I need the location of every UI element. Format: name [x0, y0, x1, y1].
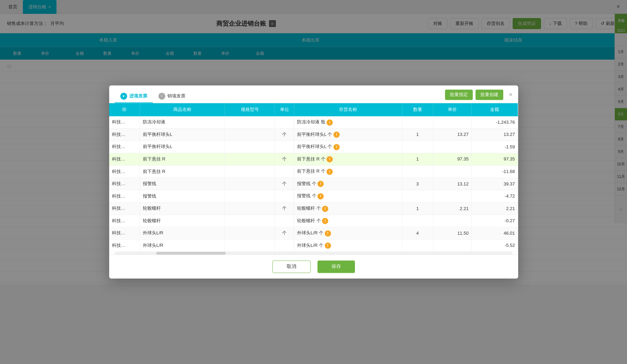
- warning-icon: !: [325, 230, 331, 236]
- warning-icon: !: [326, 156, 333, 163]
- warning-icon: !: [322, 206, 328, 212]
- col-header-amount: 金额: [471, 103, 518, 116]
- cell-product-name: 外球头L/R: [140, 227, 225, 240]
- save-button[interactable]: 保存: [317, 261, 355, 273]
- cell-spec: [225, 153, 275, 166]
- col-header-spec: 规格型号: [225, 103, 275, 116]
- cell-unit-price: [433, 165, 471, 178]
- table-row[interactable]: 科技… 外球头L/R 外球头L/R 个 ! -5.52: [109, 240, 518, 252]
- cell-quantity: [402, 165, 433, 178]
- invoice-match-dialog: ● 进项发票 ○ 销项发票 批量指定 批量创建 × 你 商品名称 规格型号 单位…: [109, 85, 518, 278]
- cell-inventory-name: 轮毂螺杆 个 !: [294, 202, 402, 215]
- cancel-button[interactable]: 取消: [272, 261, 311, 273]
- cell-inventory-name: 前下悬挂 R 个 !: [294, 153, 402, 166]
- cell-company: 科技…: [109, 165, 140, 178]
- col-header-product-name: 商品名称: [140, 103, 225, 116]
- cell-unit: [275, 141, 294, 153]
- cell-inventory-name: 轮毂螺杆 个 !: [294, 215, 402, 227]
- cell-inventory-name: 前平衡杆球头L 个 !: [294, 128, 402, 141]
- table-row[interactable]: 科技… 报警线 个 报警线 个 ! 3 13.12 39.37: [109, 178, 518, 190]
- cell-spec: [225, 141, 275, 153]
- cell-amount: 97.35: [471, 153, 518, 166]
- cell-amount: -1,243.76: [471, 116, 518, 128]
- cell-spec: [225, 190, 275, 202]
- cell-inventory-name: 报警线 个 !: [294, 190, 402, 202]
- cell-inventory-name: 外球头L/R 个 !: [294, 240, 402, 252]
- table-row[interactable]: 科技… 前平衡杆球头L 个 前平衡杆球头L 个 ! 1 13.27 13.27: [109, 128, 518, 141]
- cell-unit: 个: [275, 227, 294, 240]
- horizontal-scrollbar[interactable]: [115, 252, 513, 255]
- cell-company: 科技…: [109, 190, 140, 202]
- col-header-unit-price: 单价: [433, 103, 471, 116]
- cell-amount: 39.37: [471, 178, 518, 190]
- cell-unit-price: [433, 240, 471, 252]
- cell-unit: 个: [275, 202, 294, 215]
- cell-spec: [225, 128, 275, 141]
- cell-unit: [275, 190, 294, 202]
- cell-unit: [275, 215, 294, 227]
- batch-create-button[interactable]: 批量创建: [476, 89, 503, 100]
- outgoing-invoice-tab-icon: ○: [158, 93, 165, 99]
- tab-incoming-invoice[interactable]: ● 进项发票: [115, 90, 153, 103]
- cell-spec: [225, 240, 275, 252]
- warning-icon: !: [326, 168, 333, 175]
- cell-unit-price: [433, 190, 471, 202]
- cell-company: 科技…: [109, 116, 140, 128]
- col-header-unit: 单位: [275, 103, 294, 116]
- warning-icon: !: [325, 243, 331, 249]
- horizontal-scrollbar-thumb[interactable]: [156, 252, 226, 255]
- table-row[interactable]: 科技… 前下悬挂 R 个 前下悬挂 R 个 ! 1 97.35 97.35: [109, 153, 518, 166]
- cell-unit: [275, 240, 294, 252]
- cell-spec: [225, 178, 275, 190]
- cell-quantity: [402, 116, 433, 128]
- cell-company: 科技…: [109, 202, 140, 215]
- dialog-footer: 取消 保存: [109, 255, 518, 279]
- cell-inventory-name: 外球头L/R 个 !: [294, 227, 402, 240]
- dialog-table-wrapper: 你 商品名称 规格型号 单位 存货名称 数量 单价 金额 科技… 防冻冷却液 防…: [109, 103, 518, 252]
- cell-unit: [275, 165, 294, 178]
- cell-unit-price: 2.21: [433, 202, 471, 215]
- cell-spec: [225, 227, 275, 240]
- table-row[interactable]: 科技… 轮毂螺杆 轮毂螺杆 个 ! -0.27: [109, 215, 518, 227]
- cell-company: 科技…: [109, 141, 140, 153]
- cell-amount: 2.21: [471, 202, 518, 215]
- dialog-header: ● 进项发票 ○ 销项发票 批量指定 批量创建 ×: [109, 85, 518, 103]
- cell-amount: -0.27: [471, 215, 518, 227]
- cell-company: 科技…: [109, 215, 140, 227]
- cell-inventory-name: 报警线 个 !: [294, 178, 402, 190]
- warning-icon: !: [333, 132, 340, 138]
- cell-company: 科技…: [109, 178, 140, 190]
- cell-company: 科技…: [109, 153, 140, 166]
- tab-outgoing-invoice[interactable]: ○ 销项发票: [153, 90, 191, 103]
- table-row[interactable]: 科技… 前平衡杆球头L 前平衡杆球头L 个 ! -1.59: [109, 141, 518, 153]
- col-header-inventory-name: 存货名称: [294, 103, 402, 116]
- table-row[interactable]: 科技… 防冻冷却液 防冻冷却液 瓶 ! -1,243.76: [109, 116, 518, 128]
- table-row[interactable]: 科技… 前下悬挂 R 前下悬挂 R 个 ! -11.68: [109, 165, 518, 178]
- col-header-company: 你: [109, 103, 140, 116]
- cell-product-name: 外球头L/R: [140, 240, 225, 252]
- cell-product-name: 轮毂螺杆: [140, 215, 225, 227]
- cell-product-name: 报警线: [140, 178, 225, 190]
- cell-amount: -5.52: [471, 240, 518, 252]
- cell-company: 科技…: [109, 240, 140, 252]
- cell-quantity: 1: [402, 128, 433, 141]
- cell-amount: -1.59: [471, 141, 518, 153]
- cell-unit: 个: [275, 128, 294, 141]
- warning-icon: !: [317, 181, 324, 187]
- cell-amount: 46.01: [471, 227, 518, 240]
- cell-unit-price: [433, 116, 471, 128]
- cell-unit: 个: [275, 153, 294, 166]
- cell-inventory-name: 防冻冷却液 瓶 !: [294, 116, 402, 128]
- table-row[interactable]: 科技… 外球头L/R 个 外球头L/R 个 ! 4 11.50 46.01: [109, 227, 518, 240]
- cell-quantity: [402, 215, 433, 227]
- table-row[interactable]: 科技… 报警线 报警线 个 ! -4.72: [109, 190, 518, 202]
- batch-assign-button[interactable]: 批量指定: [445, 89, 473, 100]
- cell-quantity: [402, 141, 433, 153]
- table-row[interactable]: 科技… 轮毂螺杆 个 轮毂螺杆 个 ! 1 2.21 2.21: [109, 202, 518, 215]
- dialog-close-button[interactable]: ×: [509, 92, 513, 98]
- cell-quantity: 3: [402, 178, 433, 190]
- cell-quantity: [402, 240, 433, 252]
- cell-unit-price: 97.35: [433, 153, 471, 166]
- cell-unit-price: 13.12: [433, 178, 471, 190]
- invoice-table: 你 商品名称 规格型号 单位 存货名称 数量 单价 金额 科技… 防冻冷却液 防…: [109, 103, 518, 252]
